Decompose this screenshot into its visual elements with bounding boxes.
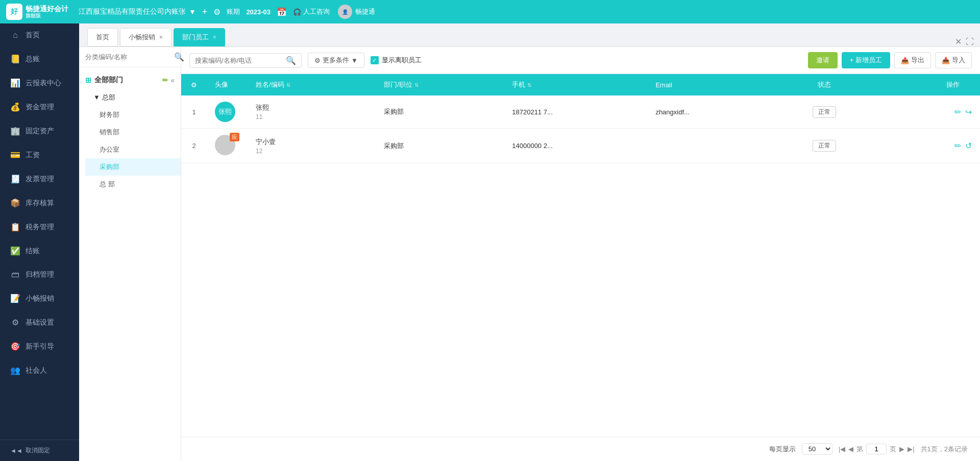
show-resigned-label: 显示离职员工 (382, 56, 422, 65)
dept-search-input[interactable] (85, 53, 171, 61)
logout-icon[interactable]: ↪ (965, 107, 972, 117)
cell-phone: 14000000 2... (504, 129, 647, 163)
archive-icon: 🗃 (10, 270, 20, 279)
page-content: 🔍 ⊞ 全部部门 ✏ « (79, 47, 980, 461)
last-page-icon[interactable]: ▶| (908, 445, 914, 453)
reports-icon: 📊 (10, 78, 20, 88)
sidebar-item-settings[interactable]: ⚙ 基础设置 (0, 310, 79, 334)
top-bar: 好 畅捷通好会计 旗舰版 江西服宝精品有限责任公司内账张 ▼ + ⚙ 账期 20… (0, 0, 980, 23)
company-selector[interactable]: 江西服宝精品有限责任公司内账张 ▼ (79, 7, 196, 16)
sidebar-item-tax[interactable]: 📋 税务管理 (0, 215, 79, 239)
sidebar-item-salary[interactable]: 💳 工资 (0, 143, 79, 167)
sidebar-item-closing[interactable]: ✅ 结账 (0, 239, 79, 263)
import-label: 导入 (952, 56, 965, 65)
edit-icon[interactable]: ✏ (954, 107, 961, 117)
pagination: 每页显示 50 10 20 100 |◀ ◀ 第 页 ▶ ▶| (181, 436, 980, 461)
sidebar-item-invoice[interactable]: 🧾 发票管理 (0, 167, 79, 191)
next-page-icon[interactable]: ▶ (899, 445, 904, 453)
refresh-icon[interactable]: ↺ (965, 141, 972, 151)
add-employee-button[interactable]: + 新增员工 (842, 52, 890, 68)
all-dept-label: 全部部门 (94, 76, 123, 85)
user-info[interactable]: 👤 畅捷通 (338, 5, 375, 19)
sidebar-item-partner[interactable]: 👥 社会人 (0, 358, 79, 382)
th-dept[interactable]: 部门/职位 ⇅ (376, 74, 504, 95)
inventory-icon: 📦 (10, 198, 20, 208)
add-icon[interactable]: + (202, 7, 208, 17)
pin-icon: ◄◄ (10, 447, 22, 454)
checkbox-icon: ✓ (371, 56, 379, 64)
dept-item-office[interactable]: 办公室 (85, 141, 181, 158)
unpin-button[interactable]: ◄◄ 取消固定 (0, 440, 79, 461)
sidebar-label-salary: 工资 (26, 151, 40, 160)
chevron-down-icon: ▼ (189, 8, 196, 16)
calendar-icon[interactable]: 📅 (277, 7, 287, 17)
sidebar-label-assets: 固定资产 (26, 127, 54, 136)
dept-item-general[interactable]: 总 部 (85, 176, 181, 193)
emp-tag: 应 (230, 133, 239, 141)
status-badge: 正常 (813, 106, 836, 118)
filter-icon: ⚙ (314, 57, 321, 64)
sidebar-label-reports: 云报表中心 (26, 79, 61, 88)
sidebar-item-funds[interactable]: 💰 资金管理 (0, 95, 79, 119)
sidebar-item-ledger[interactable]: 📒 总账 (0, 47, 79, 71)
dept-item-sales[interactable]: 销售部 (85, 124, 181, 141)
tab-xiaochang-expense[interactable]: 小畅报销 × (120, 28, 172, 46)
sidebar-label-xiaochang: 小畅报销 (26, 294, 54, 303)
tab-dept-employee[interactable]: 部门员工 × (174, 28, 225, 46)
cell-phone: 18720211 7... (504, 95, 647, 129)
sidebar-item-reports[interactable]: 📊 云报表中心 (0, 71, 79, 95)
tab-home[interactable]: 首页 (87, 28, 118, 46)
tab-bar: 首页 小畅报销 × 部门员工 × ✕ ⛶ (79, 23, 980, 47)
all-dept-header[interactable]: ⊞ 全部部门 ✏ « (79, 71, 181, 89)
logo-icon: 好 (6, 4, 22, 20)
top-bar-right: 🎧 人工咨询 👤 畅捷通 (293, 5, 375, 19)
th-phone[interactable]: 手机 ⇅ (504, 74, 647, 95)
dept-item-headquarters[interactable]: ▼总部 (85, 89, 181, 106)
prev-page-icon[interactable]: ◀ (848, 445, 853, 453)
maximize-icon[interactable]: ⛶ (966, 37, 974, 46)
tab-close-dept[interactable]: × (213, 34, 216, 41)
edit-icon[interactable]: ✏ (954, 141, 961, 151)
close-icon[interactable]: ✕ (955, 37, 962, 46)
dept-item-procurement[interactable]: 采购部 (85, 158, 181, 176)
th-name[interactable]: 姓名/编码 ⇅ (248, 74, 376, 95)
sort-name-icon: ⇅ (286, 82, 290, 88)
employee-search-box: 🔍 (189, 53, 302, 68)
tab-close-xiaochang[interactable]: × (159, 34, 163, 41)
total-records: 共1页，2条记录 (921, 445, 968, 454)
th-status: 状态 (774, 74, 875, 95)
first-page-icon[interactable]: |◀ (839, 445, 845, 453)
chevron-down-icon: ▼ (351, 57, 358, 64)
th-settings[interactable]: ⚙ (181, 74, 207, 95)
support-button[interactable]: 🎧 人工咨询 (293, 7, 330, 16)
collapse-icon[interactable]: « (170, 76, 175, 84)
company-name: 江西服宝精品有限责任公司内账张 (79, 7, 186, 16)
closing-icon: ✅ (10, 246, 20, 256)
export-label: 导出 (911, 56, 924, 65)
import-button[interactable]: 📥 导入 (935, 52, 972, 68)
page-number-input[interactable] (866, 444, 887, 454)
export-button[interactable]: 📤 导出 (894, 52, 931, 68)
table-row: 2 应 宁小壹 (181, 129, 980, 163)
grid-icon: ⊞ (85, 76, 91, 84)
sidebar-item-xiaochang[interactable]: 📝 小畅报销 (0, 286, 79, 310)
invite-button[interactable]: 邀请 (808, 52, 838, 68)
edit-dept-icon[interactable]: ✏ (162, 76, 168, 84)
th-email: Email (647, 74, 774, 95)
headset-icon: 🎧 (293, 8, 301, 16)
sidebar-item-home[interactable]: ⌂ 首页 (0, 23, 79, 47)
employee-search-input[interactable] (195, 57, 283, 64)
page-size-select[interactable]: 50 10 20 100 (802, 443, 832, 455)
cell-status: 正常 (774, 95, 875, 129)
status-badge: 正常 (813, 140, 836, 152)
sidebar-item-archive[interactable]: 🗃 归档管理 (0, 263, 79, 286)
sidebar-item-assets[interactable]: 🏢 固定资产 (0, 119, 79, 143)
show-resigned-toggle[interactable]: ✓ 显示离职员工 (371, 56, 422, 65)
avatar: 张熙 (215, 102, 235, 122)
filter-button[interactable]: ⚙ 更多条件 ▼ (308, 53, 364, 68)
dept-item-finance[interactable]: 财务部 (85, 106, 181, 124)
sidebar-item-inventory[interactable]: 📦 库存核算 (0, 191, 79, 215)
settings-icon[interactable]: ⚙ (213, 7, 220, 17)
invite-label: 邀请 (816, 56, 829, 64)
sidebar-item-guide[interactable]: 🎯 新手引导 (0, 334, 79, 358)
